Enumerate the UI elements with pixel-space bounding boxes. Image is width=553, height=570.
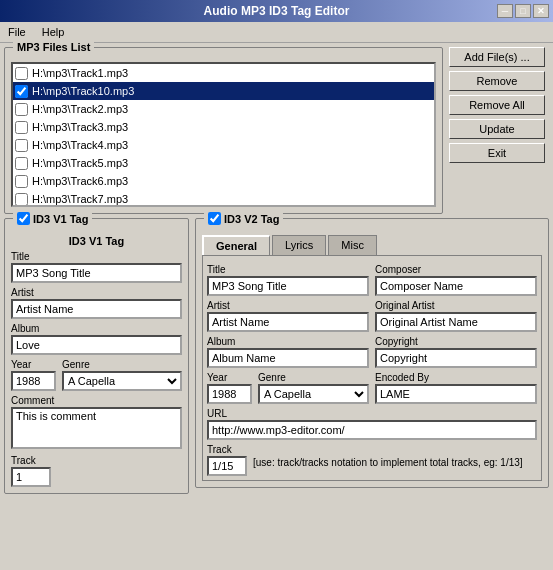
tab-general-content: Title Composer Artist Original Artist bbox=[202, 255, 542, 481]
comment-textarea-v1[interactable]: This is comment bbox=[11, 407, 182, 449]
close-button[interactable]: ✕ bbox=[533, 4, 549, 18]
track-label-v2: Track bbox=[207, 444, 537, 455]
title-input-v1[interactable] bbox=[11, 263, 182, 283]
genre-box-v1: Genre A Capella bbox=[62, 355, 182, 391]
file-checkbox[interactable] bbox=[15, 67, 28, 80]
file-path: H:\mp3\Track2.mp3 bbox=[32, 103, 128, 115]
file-path: H:\mp3\Track3.mp3 bbox=[32, 121, 128, 133]
id3v2-group-title: ID3 V2 Tag bbox=[204, 212, 283, 225]
id3v1-header: ID3 V1 Tag bbox=[11, 235, 182, 247]
year-genre-row-v1: Year Genre A Capella bbox=[11, 355, 182, 391]
id3v2-group: ID3 V2 Tag General Lyrics Misc Title Com… bbox=[195, 218, 549, 488]
track-input-v2[interactable] bbox=[207, 456, 247, 476]
file-item[interactable]: H:\mp3\Track3.mp3 bbox=[13, 118, 434, 136]
url-label-v2: URL bbox=[207, 408, 537, 419]
file-menu[interactable]: File bbox=[4, 24, 30, 40]
id3v1-group: ID3 V1 Tag ID3 V1 Tag Title Artist Album… bbox=[4, 218, 189, 494]
composer-col-v2: Composer bbox=[375, 260, 537, 296]
genre-label-v2: Genre bbox=[258, 372, 369, 383]
files-panel: MP3 Files List H:\mp3\Track1.mp3H:\mp3\T… bbox=[4, 47, 443, 214]
title-bar: Audio MP3 ID3 Tag Editor ─ □ ✕ bbox=[0, 0, 553, 22]
file-item[interactable]: H:\mp3\Track10.mp3 bbox=[13, 82, 434, 100]
remove-all-button[interactable]: Remove All bbox=[449, 95, 545, 115]
track-input-v1[interactable] bbox=[11, 467, 51, 487]
album-input-v2[interactable] bbox=[207, 348, 369, 368]
file-path: H:\mp3\Track5.mp3 bbox=[32, 157, 128, 169]
artist-col-v2: Artist bbox=[207, 296, 369, 332]
encoded-by-label-v2: Encoded By bbox=[375, 372, 537, 383]
copyright-col-v2: Copyright bbox=[375, 332, 537, 368]
tab-misc[interactable]: Misc bbox=[328, 235, 377, 255]
year-input-v2[interactable] bbox=[207, 384, 252, 404]
encoded-by-input-v2[interactable] bbox=[375, 384, 537, 404]
file-checkbox[interactable] bbox=[15, 193, 28, 206]
title-label-v2: Title bbox=[207, 264, 369, 275]
title-label-v1: Title bbox=[11, 251, 182, 262]
artist-label-v2: Artist bbox=[207, 300, 369, 311]
help-menu[interactable]: Help bbox=[38, 24, 69, 40]
album-label-v1: Album bbox=[11, 323, 182, 334]
year-box-v2: Year bbox=[207, 368, 252, 404]
id3v1-enable-checkbox[interactable] bbox=[17, 212, 30, 225]
remove-button[interactable]: Remove bbox=[449, 71, 545, 91]
action-buttons: Add File(s) ... Remove Remove All Update… bbox=[449, 47, 549, 214]
album-input-v1[interactable] bbox=[11, 335, 182, 355]
file-list[interactable]: H:\mp3\Track1.mp3H:\mp3\Track10.mp3H:\mp… bbox=[11, 62, 436, 207]
genre-select-v2[interactable]: A Capella bbox=[258, 384, 369, 404]
orig-artist-input-v2[interactable] bbox=[375, 312, 537, 332]
files-group: MP3 Files List H:\mp3\Track1.mp3H:\mp3\T… bbox=[4, 47, 443, 214]
year-box-v1: Year bbox=[11, 355, 56, 391]
url-input-v2[interactable] bbox=[207, 420, 537, 440]
file-checkbox[interactable] bbox=[15, 85, 28, 98]
genre-select-v1[interactable]: A Capella bbox=[62, 371, 182, 391]
tab-general[interactable]: General bbox=[202, 235, 270, 255]
file-checkbox[interactable] bbox=[15, 121, 28, 134]
genre-box-v2: Genre A Capella bbox=[258, 368, 369, 404]
composer-label-v2: Composer bbox=[375, 264, 537, 275]
add-files-button[interactable]: Add File(s) ... bbox=[449, 47, 545, 67]
genre-label-v1: Genre bbox=[62, 359, 182, 370]
track-row-v2: [use: track/tracks notation to implement… bbox=[207, 456, 537, 476]
artist-origart-row: Artist Original Artist bbox=[207, 296, 537, 332]
composer-input-v2[interactable] bbox=[375, 276, 537, 296]
file-checkbox[interactable] bbox=[15, 175, 28, 188]
file-path: H:\mp3\Track10.mp3 bbox=[32, 85, 134, 97]
minimize-button[interactable]: ─ bbox=[497, 4, 513, 18]
encoded-by-col-v2: Encoded By bbox=[375, 368, 537, 404]
title-bar-buttons: ─ □ ✕ bbox=[497, 4, 549, 18]
file-path: H:\mp3\Track6.mp3 bbox=[32, 175, 128, 187]
file-item[interactable]: H:\mp3\Track7.mp3 bbox=[13, 190, 434, 207]
file-path: H:\mp3\Track7.mp3 bbox=[32, 193, 128, 205]
file-item[interactable]: H:\mp3\Track2.mp3 bbox=[13, 100, 434, 118]
file-item[interactable]: H:\mp3\Track4.mp3 bbox=[13, 136, 434, 154]
year-label-v2: Year bbox=[207, 372, 252, 383]
file-checkbox[interactable] bbox=[15, 103, 28, 116]
update-button[interactable]: Update bbox=[449, 119, 545, 139]
artist-input-v2[interactable] bbox=[207, 312, 369, 332]
id3v1-panel: ID3 V1 Tag ID3 V1 Tag Title Artist Album… bbox=[4, 218, 189, 494]
year-input-v1[interactable] bbox=[11, 371, 56, 391]
album-copyright-row: Album Copyright bbox=[207, 332, 537, 368]
copyright-input-v2[interactable] bbox=[375, 348, 537, 368]
exit-button[interactable]: Exit bbox=[449, 143, 545, 163]
id3v2-enable-checkbox[interactable] bbox=[208, 212, 221, 225]
year-genre-encby-row: Year Genre A Capella Encoded By bbox=[207, 368, 537, 404]
file-item[interactable]: H:\mp3\Track5.mp3 bbox=[13, 154, 434, 172]
file-checkbox[interactable] bbox=[15, 139, 28, 152]
top-section: MP3 Files List H:\mp3\Track1.mp3H:\mp3\T… bbox=[0, 43, 553, 218]
album-col-v2: Album bbox=[207, 332, 369, 368]
year-genre-v2: Year Genre A Capella bbox=[207, 368, 369, 404]
file-item[interactable]: H:\mp3\Track6.mp3 bbox=[13, 172, 434, 190]
id3v2-tab-bar: General Lyrics Misc bbox=[202, 235, 542, 255]
title-input-v2[interactable] bbox=[207, 276, 369, 296]
artist-input-v1[interactable] bbox=[11, 299, 182, 319]
files-group-title: MP3 Files List bbox=[13, 41, 94, 53]
title-composer-row: Title Composer bbox=[207, 260, 537, 296]
file-path: H:\mp3\Track1.mp3 bbox=[32, 67, 128, 79]
maximize-button[interactable]: □ bbox=[515, 4, 531, 18]
orig-artist-col-v2: Original Artist bbox=[375, 296, 537, 332]
file-checkbox[interactable] bbox=[15, 157, 28, 170]
id3v2-panel: ID3 V2 Tag General Lyrics Misc Title Com… bbox=[195, 218, 549, 494]
tab-lyrics[interactable]: Lyrics bbox=[272, 235, 326, 255]
file-item[interactable]: H:\mp3\Track1.mp3 bbox=[13, 64, 434, 82]
